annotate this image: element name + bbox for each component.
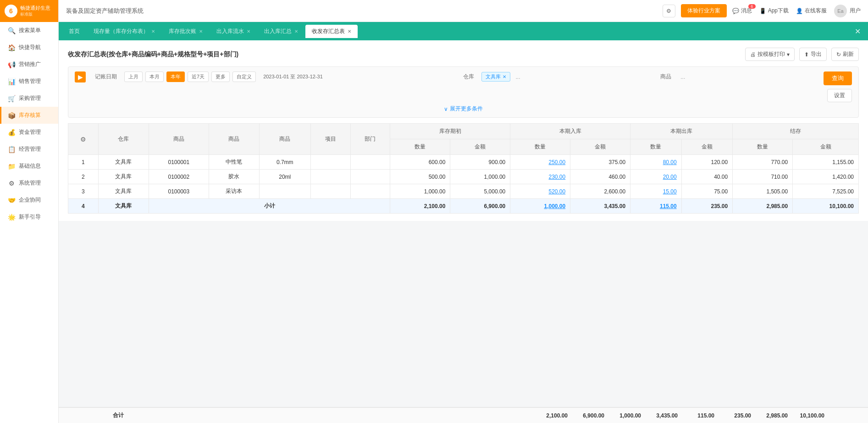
tab-close-recv-send-summary[interactable]: ✕ bbox=[348, 29, 351, 34]
cell-product-code: 0100003 bbox=[149, 184, 209, 199]
tab-close-batch-account[interactable]: ✕ bbox=[199, 29, 203, 34]
refresh-button[interactable]: ↻ 刷新 bbox=[831, 48, 859, 61]
tab-close-inventory-dist[interactable]: ✕ bbox=[151, 29, 155, 34]
cell-out-qty[interactable]: 80.00 bbox=[630, 155, 682, 170]
cell-in-qty[interactable]: 520.00 bbox=[510, 184, 570, 199]
settings-filter-button[interactable]: 设置 bbox=[827, 89, 852, 102]
filter-toggle-button[interactable]: ▶ bbox=[75, 71, 86, 82]
new-guide-icon: 🌟 bbox=[8, 214, 15, 221]
system-icon: ⚙ bbox=[8, 180, 15, 187]
cell-balance-amt: 1,420.00 bbox=[793, 170, 859, 184]
tab-inventory-dist[interactable]: 现存量（库存分布表）✕ bbox=[87, 25, 161, 38]
th-department: 部门 bbox=[350, 124, 390, 155]
sidebar-item-label-system: 系统管理 bbox=[19, 179, 41, 187]
settings-button[interactable]: ⚙ bbox=[663, 5, 675, 17]
cell-opening-amt: 1,000.00 bbox=[450, 170, 510, 184]
query-button[interactable]: 查询 bbox=[824, 71, 852, 85]
th-warehouse: 仓库 bbox=[98, 124, 149, 155]
online-service-item[interactable]: 👤 在线客服 bbox=[796, 7, 827, 15]
user-area[interactable]: Ea 用户 bbox=[834, 5, 861, 17]
total-opening-amt: 6,900.00 bbox=[572, 412, 609, 419]
sidebar-item-marketing[interactable]: 📢 营销推广 bbox=[0, 56, 58, 73]
cell-in-qty[interactable]: 230.00 bbox=[510, 170, 570, 184]
sidebar-item-quick-nav[interactable]: 🏠 快捷导航 bbox=[0, 39, 58, 56]
th-out-amt: 金额 bbox=[681, 139, 733, 155]
cell-in-amt: 460.00 bbox=[570, 170, 630, 184]
table-row: 2 文具库 0100002 胶水 20ml 500.00 1,000.00 23… bbox=[68, 170, 859, 184]
filter-row-1: 记账日期 上月本月本年近7天更多自定义 2023-01-01 至 2023-12… bbox=[95, 71, 818, 82]
date-btn-4[interactable]: 更多 bbox=[211, 71, 230, 82]
cell-opening-qty: 600.00 bbox=[390, 155, 450, 170]
template-print-button[interactable]: 🖨 按模板打印 ▾ bbox=[745, 48, 795, 61]
cell-out-qty[interactable]: 15.00 bbox=[630, 184, 682, 199]
warehouse-label: 仓库 bbox=[463, 73, 474, 81]
tab-inout-flow[interactable]: 出入库流水✕ bbox=[210, 25, 257, 38]
query-actions: 查询 设置 bbox=[824, 71, 852, 102]
notification-icon: 💬 bbox=[732, 8, 739, 14]
cell-out-qty[interactable]: 20.00 bbox=[630, 170, 682, 184]
sidebar-item-label-purchase: 采购管理 bbox=[19, 94, 41, 102]
date-btn-5[interactable]: 自定义 bbox=[232, 71, 256, 82]
subtotal-opening-qty: 2,100.00 bbox=[390, 199, 450, 214]
chevron-down-icon: ∨ bbox=[444, 106, 448, 112]
tab-recv-send-summary[interactable]: 收发存汇总表✕ bbox=[305, 25, 358, 38]
goods-more-button[interactable]: ... bbox=[680, 74, 685, 80]
tab-batch-account[interactable]: 库存批次账✕ bbox=[162, 25, 209, 38]
sidebar-item-new-guide[interactable]: 🌟 新手引导 bbox=[0, 209, 58, 225]
date-btn-1[interactable]: 本月 bbox=[145, 71, 164, 82]
sidebar-logo: 6 畅捷通好生意 标准版 bbox=[0, 0, 58, 22]
close-all-tabs-button[interactable]: ✕ bbox=[851, 25, 864, 38]
total-balance-amt: 10,100.00 bbox=[792, 412, 829, 419]
notification-item[interactable]: 💬 消息 6 bbox=[732, 7, 752, 15]
date-btn-2[interactable]: 本年 bbox=[166, 71, 185, 82]
logo-title: 畅捷通好生意 bbox=[20, 5, 50, 11]
user-label: 用户 bbox=[850, 7, 861, 15]
tab-close-inout-flow[interactable]: ✕ bbox=[247, 29, 250, 34]
export-button[interactable]: ⬆ 导出 bbox=[799, 48, 827, 61]
sidebar-item-system[interactable]: ⚙ 系统管理 bbox=[0, 175, 58, 192]
purchase-icon: 🛒 bbox=[8, 95, 15, 102]
cell-warehouse: 文具库 bbox=[98, 184, 149, 199]
service-icon: 👤 bbox=[796, 8, 803, 14]
sidebar-item-corp-collab[interactable]: 🤝 企业协同 bbox=[0, 192, 58, 209]
date-btn-3[interactable]: 近7天 bbox=[188, 71, 209, 82]
th-group-in: 本期入库 bbox=[510, 124, 630, 139]
cell-in-qty[interactable]: 250.00 bbox=[510, 155, 570, 170]
sidebar-item-operations[interactable]: 📋 经营管理 bbox=[0, 141, 58, 158]
th-settings[interactable]: ⚙ bbox=[68, 124, 99, 155]
cell-out-amt: 120.00 bbox=[681, 155, 733, 170]
trial-button[interactable]: 体验行业方案 bbox=[681, 4, 727, 17]
warehouse-more-button[interactable]: ... bbox=[516, 74, 520, 80]
table-row: 1 文具库 0100001 中性笔 0.7mm 600.00 900.00 25… bbox=[68, 155, 859, 170]
subtotal-label: 小计 bbox=[149, 199, 390, 214]
sidebar-item-search[interactable]: 🔍 搜索菜单 bbox=[0, 22, 58, 39]
warehouse-tag-close[interactable]: ✕ bbox=[503, 74, 506, 79]
th-in-qty: 数量 bbox=[510, 139, 570, 155]
app-download-item[interactable]: 📱 App下载 bbox=[759, 7, 789, 15]
tab-close-inout-summary[interactable]: ✕ bbox=[294, 29, 298, 34]
cell-department bbox=[350, 184, 390, 199]
th-product-code: 商品 bbox=[149, 124, 209, 155]
cell-no: 1 bbox=[68, 155, 99, 170]
cell-project bbox=[310, 170, 350, 184]
app-download-label: App下载 bbox=[768, 7, 789, 15]
tab-home[interactable]: 首页 bbox=[62, 25, 86, 38]
sidebar-item-purchase[interactable]: 🛒 采购管理 bbox=[0, 90, 58, 107]
table-settings-icon[interactable]: ⚙ bbox=[80, 136, 86, 143]
sidebar-item-inventory[interactable]: 📦 库存核算 bbox=[0, 107, 58, 124]
sidebar-item-sales[interactable]: 📊 销售管理 bbox=[0, 73, 58, 90]
header-right: 💬 消息 6 📱 App下载 👤 在线客服 Ea 用户 bbox=[732, 5, 861, 17]
filter-expand-row: ∨ 展开更多条件 bbox=[75, 105, 852, 113]
total-in-qty: 1,000.00 bbox=[609, 412, 646, 419]
refresh-icon: ↻ bbox=[836, 51, 841, 58]
cell-opening-qty: 500.00 bbox=[390, 170, 450, 184]
subtotal-out-qty: 115.00 bbox=[630, 199, 682, 214]
tab-inout-summary[interactable]: 出入库汇总✕ bbox=[258, 25, 304, 38]
cell-warehouse: 文具库 bbox=[98, 170, 149, 184]
th-in-amt: 金额 bbox=[570, 139, 630, 155]
sidebar-item-finance[interactable]: 💰 资金管理 bbox=[0, 124, 58, 141]
expand-more-conditions-button[interactable]: ∨ 展开更多条件 bbox=[444, 105, 483, 113]
date-btn-0[interactable]: 上月 bbox=[124, 71, 143, 82]
operations-icon: 📋 bbox=[8, 146, 15, 153]
sidebar-item-basic-info[interactable]: 📁 基础信息 bbox=[0, 158, 58, 175]
